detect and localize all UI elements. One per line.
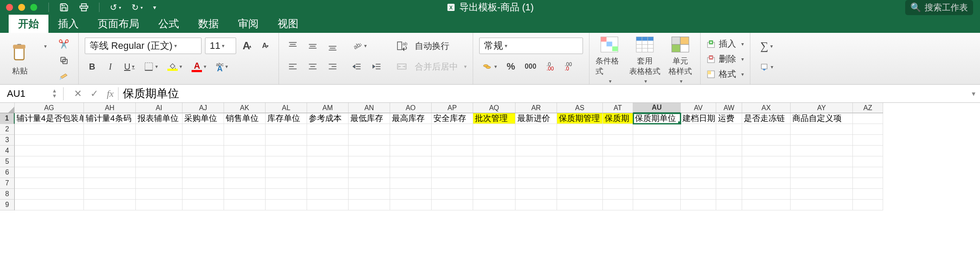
cell[interactable]	[266, 146, 307, 156]
tab-home[interactable]: 开始	[9, 15, 48, 33]
paste-button[interactable]: 粘贴	[6, 35, 34, 83]
cell[interactable]	[84, 189, 136, 200]
cell[interactable]	[603, 200, 633, 210]
cell[interactable]	[557, 156, 603, 167]
cell[interactable]: 运费	[716, 113, 742, 124]
cell[interactable]	[136, 135, 183, 146]
cell[interactable]	[716, 167, 742, 178]
cell[interactable]	[307, 135, 349, 146]
cell[interactable]	[307, 200, 349, 210]
cell[interactable]	[136, 189, 183, 200]
cell[interactable]	[633, 124, 681, 135]
cell[interactable]	[473, 156, 516, 167]
cell[interactable]	[136, 124, 183, 135]
cell[interactable]	[473, 200, 516, 210]
cell[interactable]	[633, 146, 681, 156]
cell[interactable]: 是否走冻链	[742, 113, 791, 124]
cell[interactable]	[716, 124, 742, 135]
cell[interactable]: 批次管理	[473, 113, 516, 124]
row-header[interactable]: 5	[0, 156, 15, 167]
cell[interactable]	[853, 146, 883, 156]
paste-dropdown[interactable]	[37, 35, 52, 57]
cell[interactable]: 最新进价	[516, 113, 557, 124]
cell[interactable]	[716, 146, 742, 156]
cell[interactable]	[742, 189, 791, 200]
cell[interactable]	[224, 124, 266, 135]
align-left-icon[interactable]	[285, 59, 301, 74]
row-header[interactable]: 6	[0, 167, 15, 178]
cell[interactable]	[390, 200, 432, 210]
cell[interactable]	[853, 156, 883, 167]
column-header[interactable]: AV	[681, 103, 716, 113]
insert-cells-button[interactable]: 插入	[707, 38, 744, 50]
cell[interactable]: 辅计量4是否包装单位	[15, 113, 84, 124]
cell-styles-button[interactable]: 单元 格样式	[666, 35, 694, 84]
cell[interactable]	[307, 156, 349, 167]
column-header[interactable]: AS	[557, 103, 603, 113]
cell[interactable]	[183, 146, 224, 156]
cell[interactable]	[84, 124, 136, 135]
cell[interactable]	[266, 200, 307, 210]
cell[interactable]: 商品自定义项	[791, 113, 853, 124]
cell[interactable]	[224, 146, 266, 156]
cell[interactable]	[390, 167, 432, 178]
cell[interactable]	[432, 146, 473, 156]
cell[interactable]	[633, 178, 681, 189]
tab-review[interactable]: 审阅	[228, 15, 268, 33]
cell[interactable]	[473, 178, 516, 189]
fx-icon[interactable]: fx	[102, 88, 118, 99]
cell[interactable]	[266, 124, 307, 135]
cell[interactable]	[307, 189, 349, 200]
cell[interactable]	[716, 200, 742, 210]
cell[interactable]	[349, 178, 390, 189]
cell[interactable]	[15, 124, 84, 135]
font-color-button[interactable]: A	[189, 59, 209, 74]
cell[interactable]	[15, 135, 84, 146]
cell[interactable]	[84, 178, 136, 189]
cell[interactable]	[853, 167, 883, 178]
cell[interactable]: 库存单位	[266, 113, 307, 124]
cancel-formula-icon[interactable]: ✕	[70, 88, 86, 99]
cell[interactable]	[84, 200, 136, 210]
cell[interactable]: 最高库存	[390, 113, 432, 124]
column-header[interactable]: AH	[84, 103, 136, 113]
cell[interactable]	[681, 135, 716, 146]
cell[interactable]	[681, 146, 716, 156]
cell[interactable]	[432, 167, 473, 178]
cell[interactable]	[516, 135, 557, 146]
cell[interactable]	[791, 178, 853, 189]
column-header[interactable]: AG	[15, 103, 84, 113]
search-sheet-input[interactable]: 🔍 搜索工作表	[905, 0, 973, 15]
row-header[interactable]: 1	[0, 113, 15, 124]
cell[interactable]	[516, 189, 557, 200]
decrease-font-icon[interactable]: A▾	[258, 38, 272, 53]
percent-button[interactable]: %	[503, 59, 518, 74]
formula-bar-expand-icon[interactable]: ▼	[970, 90, 977, 97]
cell[interactable]	[183, 189, 224, 200]
cell[interactable]	[853, 135, 883, 146]
underline-button[interactable]: U	[121, 59, 138, 74]
format-as-table-button[interactable]: 套用 表格格式	[631, 35, 659, 84]
cell[interactable]	[266, 178, 307, 189]
cell[interactable]	[791, 135, 853, 146]
cell[interactable]	[516, 200, 557, 210]
cell[interactable]	[681, 189, 716, 200]
cell[interactable]	[742, 200, 791, 210]
cell[interactable]	[742, 156, 791, 167]
cell[interactable]	[557, 189, 603, 200]
cell[interactable]	[681, 178, 716, 189]
cell[interactable]	[183, 200, 224, 210]
cell[interactable]	[516, 156, 557, 167]
font-name-select[interactable]: 等线 Regular (正文)	[85, 38, 202, 54]
autosum-button[interactable]: ∑	[756, 39, 776, 54]
increase-font-icon[interactable]: A▴	[240, 38, 254, 53]
cell[interactable]	[390, 146, 432, 156]
cell[interactable]	[390, 189, 432, 200]
cell[interactable]	[266, 189, 307, 200]
cell[interactable]	[15, 178, 84, 189]
cell[interactable]	[557, 124, 603, 135]
name-box-stepper[interactable]: ▲▼	[52, 89, 57, 99]
column-header[interactable]: AT	[603, 103, 633, 113]
cell[interactable]	[84, 156, 136, 167]
cell[interactable]	[15, 167, 84, 178]
